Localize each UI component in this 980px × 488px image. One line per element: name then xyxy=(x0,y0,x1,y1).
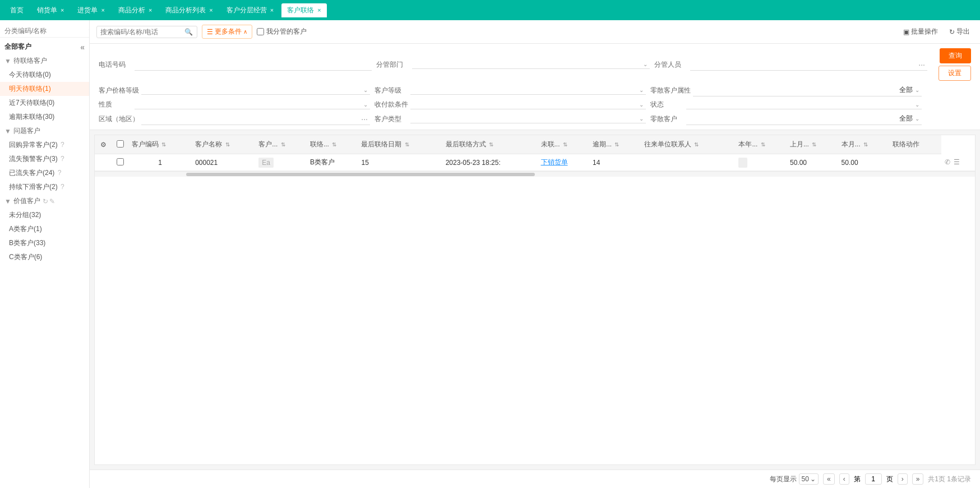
batch-op-btn[interactable]: ▣ 批量操作 xyxy=(900,25,941,38)
nav-close-product-list[interactable]: × xyxy=(209,7,212,13)
last-page-btn[interactable]: » xyxy=(912,473,924,485)
row-name-cell: Ea xyxy=(255,154,307,171)
filter-person-select[interactable]: ··· xyxy=(690,59,927,71)
help-icon-3: ? xyxy=(58,169,62,177)
sidebar-churn-warning[interactable]: 流失预警客户(3) ? xyxy=(0,152,89,166)
nav-sales-order[interactable]: 销货单 × xyxy=(31,3,70,17)
sidebar-today-pending[interactable]: 今天待联络(0) xyxy=(0,68,89,82)
my-customers-checkbox[interactable] xyxy=(257,28,264,35)
action-more-icon[interactable]: ☰ xyxy=(954,158,960,166)
th-code: 客户编码 ⇅ xyxy=(128,135,192,154)
prev-page-btn[interactable]: ‹ xyxy=(839,473,849,485)
filter-retail: 零散客户 全部 ⌄ xyxy=(650,113,922,125)
filter-nature: 性质 ⌄ xyxy=(99,100,370,109)
price-grade-chevron-icon: ⌄ xyxy=(363,87,368,93)
page-size-chevron-icon: ⌄ xyxy=(810,475,816,483)
customer-table: ⚙ 客户编码 ⇅ 客户名称 ⇅ xyxy=(95,135,975,171)
horizontal-scrollbar[interactable] xyxy=(95,171,975,177)
value-refresh-icon[interactable]: ↻ xyxy=(43,197,48,205)
my-customers-checkbox-wrap[interactable]: 我分管的客户 xyxy=(257,27,307,36)
nav-close-tier[interactable]: × xyxy=(270,7,274,13)
th-this-month: 本月... ⇅ xyxy=(838,135,890,154)
nav-close-product[interactable]: × xyxy=(149,7,152,13)
sidebar-tomorrow-pending[interactable]: 明天待联络(1) xyxy=(0,82,89,96)
nature-chevron-icon: ⌄ xyxy=(363,102,368,108)
retail-chevron-icon: ⌄ xyxy=(915,116,919,122)
filter-region-select[interactable]: ··· xyxy=(141,113,370,125)
help-icon-4: ? xyxy=(61,183,64,191)
filter-status: 状态 ⌄ xyxy=(650,100,922,109)
row-checkbox[interactable] xyxy=(117,158,124,165)
value-edit-icon[interactable]: ✎ xyxy=(49,197,55,205)
sidebar-abnormal-repurchase[interactable]: 回购异常客户(2) ? xyxy=(0,138,89,152)
action-phone-icon[interactable]: ✆ xyxy=(945,158,950,166)
page-num-input[interactable] xyxy=(865,473,882,485)
nav-close-contact[interactable]: × xyxy=(317,7,321,13)
set-btn[interactable]: 设置 xyxy=(939,66,971,81)
settings-icon[interactable]: ⚙ xyxy=(100,141,107,149)
row-action-icons: ✆ ☰ xyxy=(945,158,972,166)
nav-product-analysis-list[interactable]: 商品分析列表 × xyxy=(160,3,218,17)
table-row: 1 000021 Ea B类客户 15 xyxy=(95,154,975,171)
page-size-dropdown[interactable]: 50 ⌄ xyxy=(799,473,819,485)
nav-customer-contact[interactable]: 客户联络 × xyxy=(281,3,326,17)
person-dots-icon: ··· xyxy=(918,60,925,69)
sidebar-class-c[interactable]: C类客户(6) xyxy=(0,250,89,264)
sort-this-month-icon: ⇅ xyxy=(863,141,868,148)
nav-customer-tier[interactable]: 客户分层经营 × xyxy=(221,3,279,17)
filter-customer-grade-select[interactable]: ⌄ xyxy=(410,86,646,95)
scroll-thumb[interactable] xyxy=(186,173,535,176)
filter-nature-select[interactable]: ⌄ xyxy=(135,100,370,109)
th-last-method: 最后联络方式 ⇅ xyxy=(442,135,538,154)
sidebar-ungrouped[interactable]: 未分组(32) xyxy=(0,208,89,222)
value-arrow-icon: ▼ xyxy=(4,197,11,205)
sidebar-overdue-pending[interactable]: 逾期未联络(30) xyxy=(0,110,89,124)
sidebar-problem-group[interactable]: ▼ 问题客户 xyxy=(0,124,89,138)
help-icon-2: ? xyxy=(61,155,64,163)
query-btn[interactable]: 查询 xyxy=(940,48,971,63)
search-submit-icon[interactable]: 🔍 xyxy=(184,28,193,36)
row-code-cell: 000021 xyxy=(192,154,255,171)
filter-retail-attr: 零散客户属性 全部 ⌄ xyxy=(650,84,922,96)
sidebar-class-b[interactable]: B类客户(33) xyxy=(0,236,89,250)
export-icon: ↻ xyxy=(949,28,955,36)
sidebar-all-customers[interactable]: 全部客户 « xyxy=(0,40,89,54)
filter-person: 分管人员 ··· xyxy=(654,59,927,71)
sidebar-week-pending[interactable]: 近7天待联络(0) xyxy=(0,96,89,110)
batch-op-icon: ▣ xyxy=(903,28,909,36)
nav-close-purchase[interactable]: × xyxy=(101,7,104,13)
search-input[interactable] xyxy=(100,28,184,36)
filter-payment-select[interactable]: ⌄ xyxy=(410,100,646,109)
sidebar-class-a[interactable]: A类客户(1) xyxy=(0,222,89,236)
search-input-wrap[interactable]: 🔍 xyxy=(96,26,197,38)
sidebar-churned[interactable]: 已流失客户(24) ? xyxy=(0,166,89,180)
sidebar-value-group[interactable]: ▼ 价值客户 ↻ ✎ xyxy=(0,194,89,208)
sidebar-search-wrap[interactable]: 🔍 xyxy=(0,25,89,38)
sidebar-pending-group[interactable]: ▼ 待联络客户 xyxy=(0,54,89,68)
nav-close-sales[interactable]: × xyxy=(61,7,64,13)
filter-retail-select[interactable]: 全部 ⌄ xyxy=(686,113,922,125)
filter-price-grade-select[interactable]: ⌄ xyxy=(141,86,370,95)
filter-status-select[interactable]: ⌄ xyxy=(686,100,922,109)
row-type-cell: B类客户 xyxy=(307,154,358,171)
sidebar-declining[interactable]: 持续下滑客户(2) ? xyxy=(0,180,89,194)
th-contact-count: 联络... ⇅ xyxy=(307,135,358,154)
first-page-btn[interactable]: « xyxy=(823,473,835,485)
more-filter-btn[interactable]: ☰ 更多条件 ∧ xyxy=(202,25,252,39)
select-all-checkbox[interactable] xyxy=(117,140,124,148)
nav-product-analysis[interactable]: 商品分析 × xyxy=(113,3,158,17)
filter-dept-select[interactable]: ⌄ xyxy=(412,60,649,69)
nav-home[interactable]: 首页 xyxy=(4,3,29,17)
filter-actions: 查询 设置 xyxy=(939,48,971,81)
filter-row-3: 性质 ⌄ 收付款条件 ⌄ 状态 ⌄ xyxy=(99,100,971,109)
filter-customer-type-select[interactable]: ⌄ xyxy=(410,114,646,123)
nav-purchase-order[interactable]: 进货单 × xyxy=(72,3,110,17)
next-page-btn[interactable]: › xyxy=(898,473,908,485)
filter-phone-input[interactable] xyxy=(135,59,372,71)
sidebar-search-input[interactable] xyxy=(4,27,89,35)
export-btn[interactable]: ↻ 导出 xyxy=(946,25,973,38)
row-last-month-cell: 50.00 xyxy=(838,154,890,171)
toolbar-right: ▣ 批量操作 ↻ 导出 xyxy=(900,25,973,38)
filter-retail-attr-select[interactable]: 全部 ⌄ xyxy=(693,84,922,96)
row-contact-person-cell xyxy=(735,154,787,171)
